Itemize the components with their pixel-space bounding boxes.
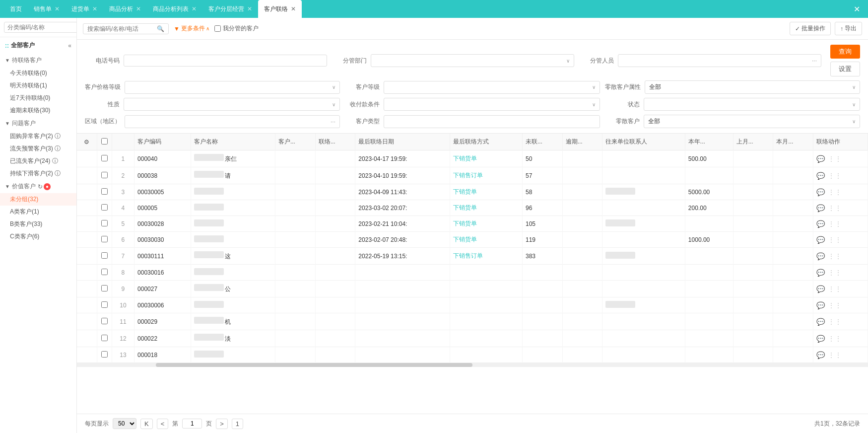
- region-more-icon[interactable]: ···: [331, 118, 335, 125]
- window-close-icon[interactable]: ✕: [850, 4, 864, 14]
- td-checkbox[interactable]: [97, 281, 112, 297]
- tab-customer-tier[interactable]: 客户分层经营 ✕: [202, 0, 258, 18]
- tab-sales[interactable]: 销售单 ✕: [28, 0, 66, 18]
- tab-analysis-close[interactable]: ✕: [136, 5, 141, 12]
- td-checkbox[interactable]: [97, 232, 112, 248]
- customer-type-select[interactable]: [384, 115, 600, 128]
- more-icon[interactable]: ⋮⋮: [828, 269, 842, 277]
- more-icon[interactable]: ⋮⋮: [828, 285, 842, 293]
- td-checkbox[interactable]: [97, 248, 112, 265]
- row-checkbox[interactable]: [101, 301, 108, 308]
- more-icon[interactable]: ⋮⋮: [828, 188, 842, 196]
- sidebar-group-pending[interactable]: ▼ 待联络客户: [0, 54, 76, 67]
- more-icon[interactable]: ⋮⋮: [828, 318, 842, 326]
- th-last-month[interactable]: 上月...: [733, 134, 773, 150]
- td-checkbox[interactable]: [97, 313, 112, 330]
- row-checkbox[interactable]: [101, 236, 108, 242]
- payment-select[interactable]: ∨: [384, 98, 600, 111]
- td-checkbox[interactable]: [97, 184, 112, 200]
- horizontal-scrollbar[interactable]: [77, 363, 868, 367]
- sidebar-item-lost[interactable]: 已流失客户(24) ⓘ: [0, 155, 76, 167]
- td-checkbox[interactable]: [97, 297, 112, 313]
- chat-icon[interactable]: 💬: [816, 236, 825, 244]
- th-this-month[interactable]: 本月...: [773, 134, 813, 150]
- status-select[interactable]: ∨: [644, 98, 860, 111]
- sidebar-group-problem[interactable]: ▼ 问题客户: [0, 117, 76, 130]
- th-code[interactable]: 客户编码: [134, 134, 191, 150]
- chat-icon[interactable]: 💬: [816, 285, 825, 293]
- row-checkbox[interactable]: [101, 155, 108, 161]
- chat-icon[interactable]: 💬: [816, 172, 825, 180]
- sidebar-item-tomorrow[interactable]: 明天待联络(1): [0, 79, 76, 92]
- th-contact[interactable]: 联络...: [315, 134, 355, 150]
- collapse-icon[interactable]: «: [68, 42, 71, 49]
- tab-analysis[interactable]: 商品分析 ✕: [103, 0, 147, 18]
- th-unit-contact[interactable]: 往来单位联系人: [602, 134, 685, 150]
- price-level-select[interactable]: ∨: [125, 81, 340, 94]
- more-icon[interactable]: ⋮⋮: [828, 301, 842, 309]
- page-number-input[interactable]: [182, 419, 202, 429]
- more-icon[interactable]: ⋮⋮: [828, 220, 842, 228]
- td-checkbox[interactable]: [97, 200, 112, 216]
- th-this-year[interactable]: 本年...: [685, 134, 733, 150]
- row-checkbox[interactable]: [101, 318, 108, 324]
- last-method-link[interactable]: 下销货单: [453, 204, 477, 211]
- th-overdue[interactable]: 逾期...: [562, 134, 602, 150]
- tab-purchase[interactable]: 进货单 ✕: [66, 0, 103, 18]
- phone-input[interactable]: [124, 55, 327, 67]
- th-no-contact[interactable]: 未联...: [522, 134, 562, 150]
- chat-icon[interactable]: 💬: [816, 220, 825, 228]
- th-settings[interactable]: ⚙: [77, 134, 97, 150]
- last-method-link[interactable]: 下销售订单: [453, 252, 483, 259]
- manager-more-icon[interactable]: ···: [812, 57, 817, 64]
- chat-icon[interactable]: 💬: [816, 252, 825, 260]
- chat-icon[interactable]: 💬: [816, 188, 825, 196]
- batch-operations-button[interactable]: ✓ 批量操作: [790, 22, 831, 35]
- tab-home[interactable]: 首页: [4, 0, 28, 18]
- more-icon[interactable]: ⋮⋮: [828, 155, 842, 163]
- sidebar-item-a-class[interactable]: A类客户(1): [0, 206, 76, 218]
- td-checkbox[interactable]: [97, 167, 112, 184]
- filter-search-input[interactable]: [87, 25, 157, 32]
- last-method-link[interactable]: 下销货单: [453, 236, 477, 243]
- query-button[interactable]: 查询: [830, 45, 860, 59]
- tab-purchase-close[interactable]: ✕: [92, 5, 97, 12]
- sidebar-group-value[interactable]: ▼ 价值客户 ↻ ●: [0, 180, 76, 193]
- sidebar-item-overdue[interactable]: 逾期未联络(30): [0, 104, 76, 117]
- row-checkbox[interactable]: [101, 220, 108, 226]
- sidebar-item-ungroup[interactable]: 未分组(32): [0, 193, 76, 206]
- row-checkbox[interactable]: [101, 269, 108, 275]
- next-page-button[interactable]: >: [216, 419, 228, 429]
- tab-analysis-list[interactable]: 商品分析列表 ✕: [147, 0, 202, 18]
- select-all-checkbox[interactable]: [101, 138, 108, 144]
- sidebar-item-7days[interactable]: 近7天待联络(0): [0, 92, 76, 104]
- th-checkbox[interactable]: [97, 134, 112, 150]
- th-name[interactable]: 客户名称: [191, 134, 275, 150]
- row-checkbox[interactable]: [101, 335, 108, 341]
- td-checkbox[interactable]: [97, 330, 112, 347]
- more-icon[interactable]: ⋮⋮: [828, 351, 842, 359]
- customer-level-select[interactable]: ∨: [384, 81, 600, 94]
- retail-customer-select[interactable]: 全部 ∨: [644, 115, 860, 128]
- value-refresh-icon[interactable]: ↻: [38, 183, 43, 190]
- row-checkbox[interactable]: [101, 204, 108, 211]
- row-checkbox[interactable]: [101, 285, 108, 291]
- sidebar-item-today[interactable]: 今天待联络(0): [0, 67, 76, 79]
- more-icon[interactable]: ⋮⋮: [828, 236, 842, 244]
- more-icon[interactable]: ⋮⋮: [828, 172, 842, 180]
- chat-icon[interactable]: 💬: [816, 301, 825, 309]
- last-page-button[interactable]: 1: [232, 419, 243, 429]
- retail-attr-select[interactable]: 全部 ∨: [645, 80, 860, 94]
- th-category[interactable]: 客户...: [275, 134, 315, 150]
- sidebar-search-input[interactable]: [4, 22, 77, 33]
- prev-page-button[interactable]: <: [157, 419, 169, 429]
- td-checkbox[interactable]: [97, 150, 112, 167]
- per-page-select[interactable]: 50: [113, 418, 136, 429]
- tab-sales-close[interactable]: ✕: [55, 5, 60, 12]
- chat-icon[interactable]: 💬: [816, 269, 825, 277]
- last-method-link[interactable]: 下销售订单: [453, 172, 483, 179]
- chat-icon[interactable]: 💬: [816, 155, 825, 163]
- region-select[interactable]: ···: [125, 115, 340, 128]
- sidebar-item-declining[interactable]: 持续下滑客户(2) ⓘ: [0, 167, 76, 180]
- filter-search-icon[interactable]: 🔍: [157, 25, 164, 32]
